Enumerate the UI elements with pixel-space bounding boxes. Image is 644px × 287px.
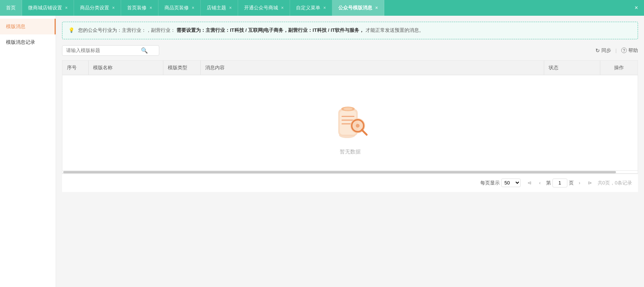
toolbar-right: ↻ 同步 | ? 帮助 <box>595 47 638 54</box>
search-bar: 🔍 ↻ 同步 | ? 帮助 <box>62 45 638 56</box>
col-header-type: 模版类型 <box>163 61 201 75</box>
tab-home-decor[interactable]: 首页装修 × <box>121 0 158 16</box>
horizontal-scrollbar[interactable] <box>62 170 638 173</box>
col-header-status: 状态 <box>544 61 600 75</box>
main-layout: 模版消息 模版消息记录 💡 您的公众号行业为：主营行业：，副营行业： 需要设置为… <box>0 16 644 287</box>
current-page-input[interactable] <box>552 178 567 187</box>
search-input[interactable] <box>66 48 141 53</box>
total-info: 共0页，0条记录 <box>598 180 632 186</box>
table-header: 序号 模版名称 模版类型 消息内容 状态 操作 <box>62 61 638 75</box>
page-size-dropdown[interactable]: 10 20 50 100 <box>501 178 521 187</box>
svg-point-7 <box>343 107 352 110</box>
sync-icon: ↻ <box>595 48 600 54</box>
sidebar-item-template-msg[interactable]: 模版消息 <box>0 19 56 34</box>
tab-wechat-shop[interactable]: 开通公众号商城 × <box>238 0 290 16</box>
tab-bar: 首页 微商城店铺设置 × 商品分类设置 × 首页装修 × 商品页装修 × 店铺主… <box>0 0 644 16</box>
tab-product-cat[interactable]: 商品分类设置 × <box>74 0 121 16</box>
search-input-wrap: 🔍 <box>62 45 159 56</box>
content-area: 💡 您的公众号行业为：主营行业：，副营行业： 需要设置为：主营行业：IT科技 /… <box>56 16 644 287</box>
tab-bar-close-all[interactable]: × <box>629 0 644 16</box>
tab-wsc-store[interactable]: 微商城店铺设置 × <box>22 0 74 16</box>
col-header-action: 操作 <box>600 61 638 75</box>
tab-close-custom-menu[interactable]: × <box>323 5 326 10</box>
empty-state: 暂无数据 <box>62 75 638 170</box>
tab-close-store-theme[interactable]: × <box>229 5 232 10</box>
search-icon[interactable]: 🔍 <box>141 47 148 54</box>
tab-product-decor[interactable]: 商品页装修 × <box>158 0 201 16</box>
tab-store-theme[interactable]: 店铺主题 × <box>201 0 238 16</box>
tab-close-wechat-shop[interactable]: × <box>281 5 284 10</box>
col-header-seq: 序号 <box>62 61 89 75</box>
help-button[interactable]: ? 帮助 <box>621 47 638 54</box>
empty-icon <box>328 98 373 143</box>
tab-home[interactable]: 首页 <box>0 0 22 16</box>
prev-page-button[interactable]: ‹ <box>536 178 545 187</box>
page-size-select: 每页显示 10 20 50 100 <box>480 178 522 187</box>
page-nav: ⊲ ‹ 第 页 › ⊳ <box>525 178 595 187</box>
col-header-content: 消息内容 <box>201 61 544 75</box>
scrollbar-thumb[interactable] <box>63 171 616 173</box>
svg-line-10 <box>362 130 367 135</box>
tab-close-product-decor[interactable]: × <box>192 5 194 10</box>
notice-box: 💡 您的公众号行业为：主营行业：，副营行业： 需要设置为：主营行业：IT科技 /… <box>62 22 638 39</box>
notice-icon: 💡 <box>68 27 74 33</box>
tab-close-product-cat[interactable]: × <box>112 5 115 10</box>
tab-close-wsc-store[interactable]: × <box>65 5 68 10</box>
col-header-name: 模版名称 <box>89 61 163 75</box>
tab-close-template-msg[interactable]: × <box>375 5 378 10</box>
sync-button[interactable]: ↻ 同步 <box>595 47 611 54</box>
last-page-button[interactable]: ⊳ <box>586 178 595 187</box>
pagination: 每页显示 10 20 50 100 ⊲ ‹ 第 页 › ⊳ 共0页，0条记录 <box>62 174 638 192</box>
data-table: 序号 模版名称 模版类型 消息内容 状态 操作 <box>62 60 638 174</box>
next-page-button[interactable]: › <box>575 178 584 187</box>
sidebar-item-template-msg-record[interactable]: 模版消息记录 <box>0 34 56 50</box>
tab-custom-menu[interactable]: 自定义菜单 × <box>290 0 332 16</box>
sidebar: 模版消息 模版消息记录 <box>0 16 56 287</box>
tab-close-home-decor[interactable]: × <box>150 5 152 10</box>
tab-template-msg[interactable]: 公众号模版消息 × <box>332 0 384 16</box>
help-icon: ? <box>621 48 627 53</box>
divider: | <box>616 48 617 53</box>
empty-text: 暂无数据 <box>340 149 361 155</box>
first-page-button[interactable]: ⊲ <box>525 178 534 187</box>
svg-point-11 <box>356 124 360 128</box>
